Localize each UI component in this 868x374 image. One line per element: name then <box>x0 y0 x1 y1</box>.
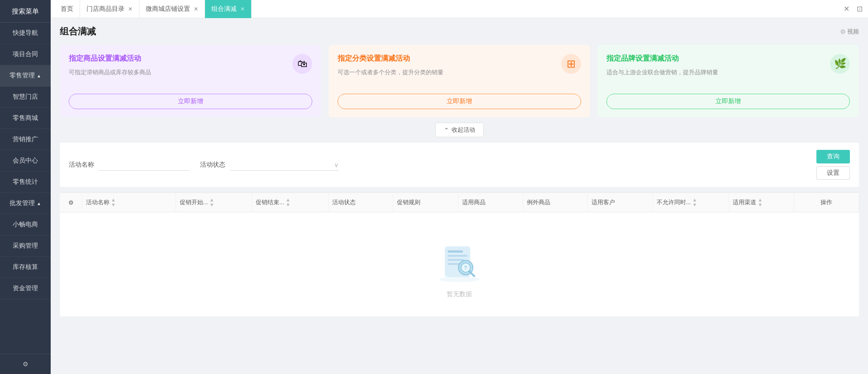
sidebar-item-wholesale-mgmt[interactable]: 批发管理 ▲ <box>0 193 51 214</box>
goods-card-desc: 可指定滞销商品或库存较多商品 <box>69 68 312 87</box>
sidebar-settings-button[interactable]: ⚙ <box>0 354 51 374</box>
brand-card-title: 指定品牌设置满减活动 <box>606 54 850 63</box>
empty-state: ? 暂无数据 <box>60 212 859 316</box>
chevron-up-icon: ⌃ <box>444 127 449 134</box>
page-header: 组合满减 ⊙ 视频 <box>60 25 859 38</box>
activity-name-field: 活动名称 <box>69 159 189 171</box>
empty-text: 暂无数据 <box>447 290 472 298</box>
sidebar-item-label: 资金管理 <box>13 284 38 292</box>
query-button[interactable]: 查询 <box>816 150 850 163</box>
activity-status-label: 活动状态 <box>200 161 225 169</box>
search-actions: 查询 设置 <box>816 150 850 180</box>
tab-home[interactable]: 首页 <box>54 0 80 18</box>
brand-card-add-button[interactable]: 立即新增 <box>606 94 850 109</box>
sidebar-item-label: 零售管理 <box>10 72 35 80</box>
sidebar-item-retail-stats[interactable]: 零售统计 <box>0 172 51 193</box>
card-brand: 🌿 指定品牌设置满减活动 适合与上游企业联合做营销，提升品牌销量 立即新增 <box>597 45 859 117</box>
brand-card-desc: 适合与上游企业联合做营销，提升品牌销量 <box>606 68 850 87</box>
chevron-down-icon: ∨ <box>334 161 339 168</box>
svg-rect-3 <box>448 255 467 257</box>
chevron-up-icon: ▲ <box>37 73 41 78</box>
th-status: 活动状态 <box>329 194 393 211</box>
svg-point-0 <box>439 277 480 282</box>
gear-icon: ⚙ <box>68 199 74 206</box>
tab-wechat-store-settings[interactable]: 微商城店铺设置 ✕ <box>139 0 205 18</box>
sidebar-item-capital-mgmt[interactable]: 资金管理 <box>0 278 51 299</box>
svg-text:?: ? <box>464 265 467 271</box>
category-icon: ⊞ <box>561 54 581 74</box>
sidebar-item-retail-management[interactable]: 零售管理 ▲ <box>0 65 51 86</box>
page-title: 组合满减 <box>60 25 96 38</box>
th-rule: 促销规则 <box>393 194 458 211</box>
sidebar-item-member-center[interactable]: 会员中心 <box>0 150 51 172</box>
card-goods: 🛍 指定商品设置满减活动 可指定滞销商品或库存较多商品 立即新增 <box>60 45 321 117</box>
th-customer: 适用客户 <box>588 194 653 211</box>
sidebar-item-project-contract[interactable]: 项目合同 <box>0 44 51 65</box>
goods-card-add-button[interactable]: 立即新增 <box>69 94 312 109</box>
th-end[interactable]: 促销结束... ▲▼ <box>252 193 329 212</box>
sort-icon: ▲▼ <box>758 197 763 207</box>
sidebar-item-label: 批发管理 <box>10 199 35 207</box>
tab-combo-discount[interactable]: 组合满减 ✕ <box>205 0 252 18</box>
sidebar-item-retail-mall[interactable]: 零售商城 <box>0 108 51 129</box>
sort-icon: ▲▼ <box>209 197 214 207</box>
data-table: ⚙ 活动名称 ▲▼ 促销开始... ▲▼ 促销结束... ▲▼ 活动状态 <box>60 192 859 316</box>
th-except: 例外商品 <box>523 194 588 211</box>
activity-name-label: 活动名称 <box>69 161 94 169</box>
sidebar-item-inventory[interactable]: 库存核算 <box>0 257 51 278</box>
sidebar-item-label: 采购管理 <box>13 242 38 249</box>
category-card-title: 指定分类设置满减活动 <box>338 54 581 63</box>
sidebar-item-label: 智慧门店 <box>13 93 38 100</box>
setting-button[interactable]: 设置 <box>816 166 850 180</box>
th-noallow[interactable]: 不允许同时... ▲▼ <box>653 193 730 212</box>
activity-status-select[interactable]: ∨ <box>230 159 339 171</box>
svg-rect-4 <box>448 259 464 261</box>
category-card-desc: 可选一个或者多个分类，提升分类的销量 <box>338 68 581 87</box>
sidebar-item-label: 营销推广 <box>13 135 38 143</box>
video-link[interactable]: ⊙ 视频 <box>840 28 859 36</box>
sidebar-item-label: 项目合同 <box>13 50 38 58</box>
sidebar: 搜索菜单 快捷导航 项目合同 零售管理 ▲ 智慧门店 零售商城 营销推广 会员中… <box>0 0 51 374</box>
cards-row: 🛍 指定商品设置满减活动 可指定滞销商品或库存较多商品 立即新增 ⊞ 指定分类设… <box>60 45 859 117</box>
svg-rect-2 <box>448 250 463 253</box>
th-goods: 适用商品 <box>458 194 523 211</box>
activity-status-field: 活动状态 ∨ <box>200 159 339 171</box>
empty-illustration: ? <box>432 240 486 285</box>
th-gear[interactable]: ⚙ <box>60 195 82 211</box>
sidebar-item-xiaochangec[interactable]: 小畅电商 <box>0 214 51 235</box>
tab-bar: 首页 门店商品目录 ✕ 微商城店铺设置 ✕ 组合满减 ✕ ✕ ⊡ <box>51 0 868 18</box>
sidebar-item-quick-nav[interactable]: 快捷导航 <box>0 23 51 44</box>
goods-card-title: 指定商品设置满减活动 <box>69 54 312 63</box>
main-area: 首页 门店商品目录 ✕ 微商城店铺设置 ✕ 组合满减 ✕ ✕ ⊡ 组合满减 ⊙ … <box>51 0 868 374</box>
table-header: ⚙ 活动名称 ▲▼ 促销开始... ▲▼ 促销结束... ▲▼ 活动状态 <box>60 192 859 212</box>
window-resize-button[interactable]: ⊡ <box>855 3 864 15</box>
th-start[interactable]: 促销开始... ▲▼ <box>176 193 253 212</box>
sidebar-search[interactable]: 搜索菜单 <box>0 0 51 23</box>
goods-icon: 🛍 <box>292 54 312 74</box>
th-name[interactable]: 活动名称 ▲▼ <box>82 193 176 212</box>
card-category: ⊞ 指定分类设置满减活动 可选一个或者多个分类，提升分类的销量 立即新增 <box>329 45 590 117</box>
sidebar-item-label: 零售统计 <box>13 178 38 185</box>
activity-name-input[interactable] <box>99 159 189 171</box>
chevron-down-icon: ▲ <box>37 201 41 206</box>
sidebar-item-marketing[interactable]: 营销推广 <box>0 129 51 150</box>
th-action: 操作 <box>794 194 859 211</box>
gear-icon: ⚙ <box>23 360 29 368</box>
window-close-button[interactable]: ✕ <box>842 3 851 15</box>
sidebar-item-label: 零售商城 <box>13 114 38 121</box>
category-card-add-button[interactable]: 立即新增 <box>338 94 581 109</box>
tab-store-catalog[interactable]: 门店商品目录 ✕ <box>80 0 139 18</box>
sort-icon: ▲▼ <box>111 197 116 207</box>
collapse-activity-button[interactable]: ⌃ 收起活动 <box>435 123 484 137</box>
close-tab-wechat-store-settings[interactable]: ✕ <box>194 6 198 12</box>
page-content: 组合满减 ⊙ 视频 🛍 指定商品设置满减活动 可指定滞销商品或库存较多商品 立即… <box>51 18 868 374</box>
sidebar-item-purchase-mgmt[interactable]: 采购管理 <box>0 235 51 257</box>
sidebar-item-smart-store[interactable]: 智慧门店 <box>0 86 51 108</box>
sidebar-item-label: 库存核算 <box>13 263 38 270</box>
sidebar-item-label: 小畅电商 <box>13 221 38 228</box>
sidebar-item-label: 快捷导航 <box>13 29 38 36</box>
play-circle-icon: ⊙ <box>840 28 845 35</box>
close-tab-combo-discount[interactable]: ✕ <box>240 6 245 12</box>
th-channel[interactable]: 适用渠道 ▲▼ <box>729 193 794 212</box>
close-tab-store-catalog[interactable]: ✕ <box>128 6 133 12</box>
